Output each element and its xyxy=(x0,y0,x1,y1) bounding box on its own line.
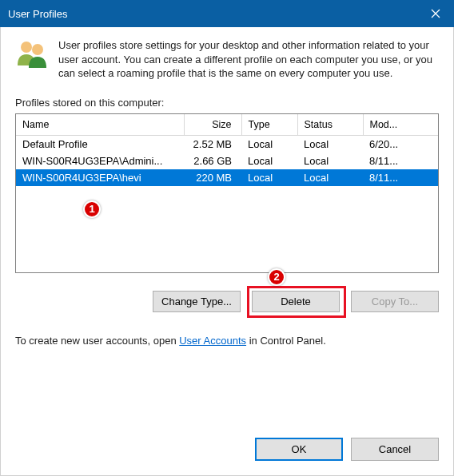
col-header-modified[interactable]: Mod... xyxy=(363,114,438,136)
titlebar: User Profiles xyxy=(0,0,454,27)
user-accounts-link[interactable]: User Accounts xyxy=(179,335,246,347)
col-header-size[interactable]: Size xyxy=(184,114,241,136)
cell-size: 2.66 GB xyxy=(184,153,241,169)
intro-text: User profiles store settings for your de… xyxy=(58,38,439,81)
delete-button[interactable]: Delete xyxy=(252,291,340,312)
cell-name: WIN-S00R4UG3EPA\Admini... xyxy=(16,153,184,169)
close-button[interactable] xyxy=(417,0,454,27)
svg-point-0 xyxy=(21,42,32,53)
cell-size: 2.52 MB xyxy=(184,135,241,153)
ok-button[interactable]: OK xyxy=(255,438,343,461)
svg-point-1 xyxy=(32,44,43,55)
cell-status: Local xyxy=(297,153,363,169)
profiles-list-label: Profiles stored on this computer: xyxy=(15,97,439,109)
table-row[interactable]: WIN-S00R4UG3EPA\Admini... 2.66 GB Local … xyxy=(16,153,438,169)
cell-size: 220 MB xyxy=(184,169,241,186)
cell-modified: 8/11... xyxy=(363,169,438,186)
footer-buttons: OK Cancel xyxy=(255,438,439,461)
note-prefix: To create new user accounts, open xyxy=(15,335,179,347)
profiles-table[interactable]: Name Size Type Status Mod... Default Pro… xyxy=(15,113,439,273)
cancel-button[interactable]: Cancel xyxy=(351,438,439,461)
cell-modified: 6/20... xyxy=(363,135,438,153)
cell-modified: 8/11... xyxy=(363,153,438,169)
table-row[interactable]: Default Profile 2.52 MB Local Local 6/20… xyxy=(16,135,438,153)
callout-1: 1 xyxy=(83,200,101,218)
cell-type: Local xyxy=(241,135,297,153)
cell-type: Local xyxy=(241,169,297,186)
user-profiles-icon xyxy=(15,38,50,70)
col-header-status[interactable]: Status xyxy=(297,114,363,136)
cell-name: WIN-S00R4UG3EPA\hevi xyxy=(16,169,184,186)
table-row-selected[interactable]: WIN-S00R4UG3EPA\hevi 220 MB Local Local … xyxy=(16,169,438,186)
intro-section: User profiles store settings for your de… xyxy=(15,38,439,81)
copy-to-button: Copy To... xyxy=(351,291,439,312)
cell-status: Local xyxy=(297,169,363,186)
window-title: User Profiles xyxy=(8,8,67,20)
dialog-content: User profiles store settings for your de… xyxy=(0,27,454,476)
cell-name: Default Profile xyxy=(16,135,184,153)
note-suffix: in Control Panel. xyxy=(246,335,326,347)
note-line: To create new user accounts, open User A… xyxy=(15,335,439,347)
change-type-button[interactable]: Change Type... xyxy=(153,291,241,312)
col-header-type[interactable]: Type xyxy=(241,114,297,136)
cell-status: Local xyxy=(297,135,363,153)
col-header-name[interactable]: Name xyxy=(16,114,184,136)
close-icon xyxy=(431,9,440,18)
cell-type: Local xyxy=(241,153,297,169)
profile-buttons-row: Change Type... Delete Copy To... 2 xyxy=(15,291,439,312)
